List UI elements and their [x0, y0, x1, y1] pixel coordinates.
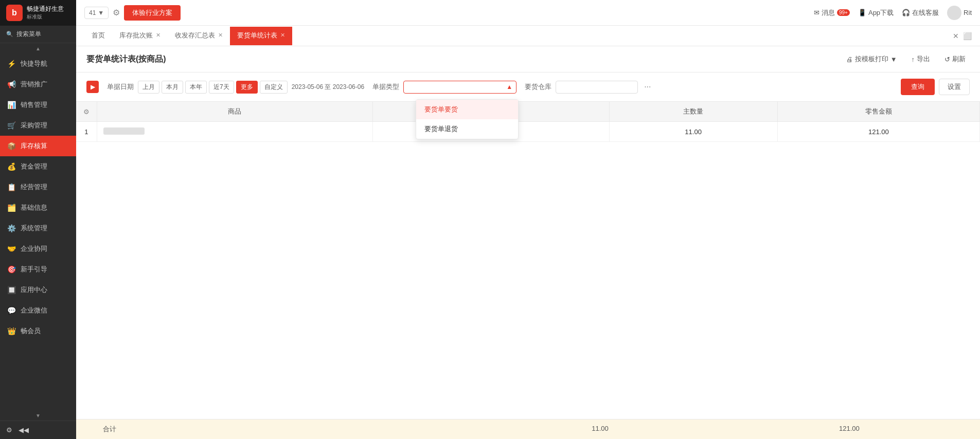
footer-quantity: 11.00: [475, 425, 724, 434]
sidebar-icon-guide: 🎯: [6, 265, 16, 273]
more-filters-button[interactable]: ···: [642, 82, 653, 92]
col-amount: 零售金额: [777, 102, 979, 122]
sidebar-icon-quick-nav: ⚡: [6, 60, 16, 68]
scroll-up[interactable]: ▲: [0, 43, 76, 53]
type-filter-label: 单据类型: [372, 82, 399, 92]
sidebar: b 畅捷通好生意 标准版 🔍 搜索菜单 ▲ ⚡ 快捷导航 📢 营销推广 📊 销售…: [0, 0, 76, 439]
type-chevron-icon[interactable]: ▲: [506, 83, 512, 90]
search-icon: 🔍: [6, 31, 13, 38]
cell-product: [97, 122, 372, 142]
logo-icon: b: [6, 5, 23, 21]
sidebar-item-member[interactable]: 👑 畅会员: [0, 321, 76, 341]
sidebar-label-guide: 新手引导: [21, 265, 70, 274]
print-chevron-icon: ▼: [890, 56, 897, 63]
sidebar-label-quick-nav: 快捷导航: [21, 59, 70, 68]
settings-icon[interactable]: ⚙: [6, 426, 12, 434]
tab-close-receipt-summary[interactable]: ✕: [218, 32, 223, 39]
tab-label-order-summary: 要货单统计表: [237, 31, 277, 40]
sidebar-item-quick-nav[interactable]: ⚡ 快捷导航: [0, 53, 76, 74]
collapse-icon[interactable]: ◀◀: [19, 426, 29, 434]
date-this-year[interactable]: 本年: [185, 81, 207, 94]
type-dropdown: 要货单要货 要货单退货: [416, 99, 519, 139]
export-button[interactable]: ↑ 导出: [907, 52, 935, 66]
settings-button[interactable]: 设置: [939, 79, 970, 95]
tab-order-summary[interactable]: 要货单统计表✕: [230, 27, 292, 45]
refresh-icon: ↺: [945, 56, 950, 63]
date-custom[interactable]: 自定义: [260, 81, 288, 94]
date-filter-label: 单据日期: [107, 82, 134, 92]
cell-index: 1: [76, 122, 97, 142]
date-last-7days[interactable]: 近7天: [209, 81, 234, 94]
tab-label-home: 首页: [92, 31, 105, 40]
page-content: 要货单统计表(按商品) 🖨 按模板打印 ▼ ↑ 导出 ↺ 刷新 ▶: [76, 46, 980, 439]
app-download-button[interactable]: 📱 App下载: [858, 8, 894, 17]
tab-receipt-summary[interactable]: 收发存汇总表✕: [168, 27, 230, 45]
sidebar-icon-member: 👑: [6, 327, 16, 335]
topbar-gear-icon[interactable]: ⚙: [113, 8, 120, 17]
service-button[interactable]: 🎧 在线客服: [902, 8, 939, 17]
export-label: 导出: [917, 54, 930, 64]
trial-button[interactable]: 体验行业方案: [124, 5, 181, 21]
sidebar-label-finance: 资金管理: [21, 162, 70, 171]
tabs-right: ✕ ⬜: [953, 32, 972, 40]
product-placeholder: [103, 127, 145, 135]
query-button[interactable]: 查询: [901, 79, 935, 95]
sidebar-item-finance[interactable]: 💰 资金管理: [0, 156, 76, 177]
sidebar-icon-system: ⚙️: [6, 224, 16, 232]
sidebar-item-purchase[interactable]: 🛒 采购管理: [0, 115, 76, 136]
print-button[interactable]: 🖨 按模板打印 ▼: [842, 52, 901, 66]
search-menu[interactable]: 🔍 搜索菜单: [0, 26, 76, 43]
warehouse-filter-input[interactable]: [556, 81, 638, 94]
tab-close-order-summary[interactable]: ✕: [280, 32, 285, 39]
store-selector[interactable]: 41 ▼: [84, 7, 109, 19]
sidebar-icon-sales: 📊: [6, 101, 16, 109]
user-button[interactable]: Rit: [947, 6, 972, 20]
sidebar-item-operation[interactable]: 📋 经营管理: [0, 177, 76, 197]
dropdown-item-purchase-order[interactable]: 要货单要货: [416, 100, 518, 119]
type-filter-input[interactable]: [403, 81, 516, 94]
tab-home[interactable]: 首页: [84, 27, 112, 45]
print-icon: 🖨: [846, 56, 853, 63]
filter-actions: 查询 设置: [901, 79, 970, 95]
close-all-icon[interactable]: ✕: [953, 32, 959, 40]
date-more[interactable]: 更多: [236, 81, 258, 94]
main-content: 41 ▼ ⚙ 体验行业方案 ✉ 消息 99+ 📱 App下载 🎧 在线客服 R: [76, 0, 980, 439]
sidebar-item-guide[interactable]: 🎯 新手引导: [0, 259, 76, 280]
sidebar-label-wechat: 企业微信: [21, 306, 70, 315]
message-icon: ✉: [814, 9, 819, 16]
sidebar-item-basic-info[interactable]: 🗂️ 基础信息: [0, 197, 76, 218]
sidebar-item-wechat[interactable]: 💬 企业微信: [0, 300, 76, 321]
topbar-right: ✉ 消息 99+ 📱 App下载 🎧 在线客服 Rit: [814, 6, 972, 20]
col-settings-icon[interactable]: ⚙: [83, 108, 90, 116]
sidebar-item-app-center[interactable]: 🔲 应用中心: [0, 280, 76, 300]
sidebar-icon-marketing: 📢: [6, 80, 16, 88]
sidebar-icon-enterprise: 🤝: [6, 245, 16, 253]
date-last-month[interactable]: 上月: [138, 81, 159, 94]
messages-button[interactable]: ✉ 消息 99+: [814, 8, 850, 17]
tab-close-inventory-batch[interactable]: ✕: [156, 32, 161, 39]
phone-icon: 📱: [858, 9, 866, 16]
sidebar-icon-app-center: 🔲: [6, 286, 16, 294]
col-product: 商品: [97, 102, 372, 122]
store-name: 41: [89, 9, 96, 16]
tab-inventory-batch[interactable]: 库存批次账✕: [112, 27, 168, 45]
footer-unit: [226, 425, 475, 434]
col-quantity: 主数量: [609, 102, 777, 122]
filter-toggle-button[interactable]: ▶: [86, 81, 99, 93]
refresh-button[interactable]: ↺ 刷新: [940, 52, 970, 66]
sidebar-item-inventory[interactable]: 📦 库存核算: [0, 136, 76, 156]
date-this-month[interactable]: 本月: [162, 81, 183, 94]
sidebar-item-sales[interactable]: 📊 销售管理: [0, 95, 76, 115]
cell-amount: 121.00: [777, 122, 979, 142]
sidebar-item-system[interactable]: ⚙️ 系统管理: [0, 218, 76, 239]
sidebar-label-sales: 销售管理: [21, 100, 70, 109]
sidebar-item-marketing[interactable]: 📢 营销推广: [0, 74, 76, 95]
dropdown-item-purchase-return[interactable]: 要货单退货: [416, 119, 518, 139]
app-label: App下载: [868, 8, 894, 17]
sidebar-label-inventory: 库存核算: [21, 141, 70, 151]
cell-quantity: 11.00: [609, 122, 777, 142]
maximize-icon[interactable]: ⬜: [963, 32, 972, 40]
sidebar-item-enterprise[interactable]: 🤝 企业协同: [0, 239, 76, 259]
topbar-left: 41 ▼ ⚙ 体验行业方案: [84, 5, 814, 21]
scroll-down[interactable]: ▼: [0, 410, 76, 420]
